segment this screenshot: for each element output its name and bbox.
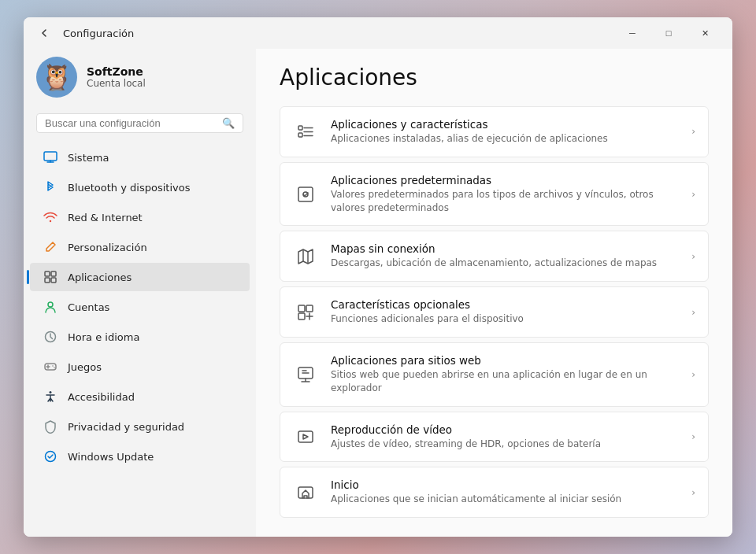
search-input[interactable]: [45, 117, 217, 129]
apps-predeterminadas-title: Aplicaciones predeterminadas: [331, 174, 679, 187]
content-area: 🦉 SoftZone Cuenta local 🔍: [24, 49, 732, 537]
main-content: Aplicaciones Aplicaciones y característi…: [256, 49, 732, 537]
svg-rect-5: [51, 278, 56, 283]
sidebar-label-personalizacion: Personalización: [68, 242, 147, 253]
aplicaciones-icon: [43, 269, 58, 285]
window-title: Configuración: [63, 28, 134, 39]
back-button[interactable]: [33, 22, 55, 44]
settings-window: Configuración ─ □ ✕ 🦉 SoftZone Cuenta lo…: [24, 17, 732, 537]
sidebar-label-aplicaciones: Aplicaciones: [68, 271, 132, 283]
menu-item-sitios-web[interactable]: Aplicaciones para sitios web Sitios web …: [280, 342, 709, 407]
sidebar-label-sistema: Sistema: [68, 152, 109, 164]
sidebar-label-accesibilidad: Accesibilidad: [68, 391, 135, 403]
red-icon: [43, 209, 58, 225]
svg-rect-3: [51, 271, 56, 276]
page-title: Aplicaciones: [280, 65, 709, 90]
sitios-web-title: Aplicaciones para sitios web: [331, 354, 679, 367]
menu-item-apps-caracteristicas[interactable]: Aplicaciones y características Aplicacio…: [280, 106, 709, 157]
svg-rect-21: [298, 431, 313, 442]
svg-rect-14: [298, 133, 302, 137]
svg-point-11: [50, 391, 52, 393]
sidebar-label-hora: Hora e idioma: [68, 331, 139, 343]
svg-rect-4: [45, 278, 50, 283]
menu-item-mapas[interactable]: Mapas sin conexión Descargas, ubicación …: [280, 231, 709, 282]
search-icon: 🔍: [222, 117, 235, 129]
opcionales-desc: Funciones adicionales para el dispositiv…: [331, 312, 679, 326]
grid-plus-icon: [293, 300, 318, 325]
sidebar-label-red: Red & Internet: [68, 212, 143, 223]
svg-point-1: [50, 220, 51, 222]
apps-caracteristicas-title: Aplicaciones y características: [331, 118, 679, 131]
nav-items: Sistema Bluetooth y dispositivos: [24, 142, 256, 471]
sistema-icon: [43, 150, 58, 165]
sidebar-item-cuentas[interactable]: Cuentas: [30, 293, 250, 321]
chevron-icon-5: ›: [691, 431, 695, 442]
sidebar: 🦉 SoftZone Cuenta local 🔍: [24, 49, 256, 537]
sidebar-item-red[interactable]: Red & Internet: [30, 203, 250, 231]
chevron-icon-1: ›: [691, 189, 695, 200]
menu-item-apps-predeterminadas[interactable]: Aplicaciones predeterminadas Valores pre…: [280, 162, 709, 227]
opcionales-title: Características opcionales: [331, 298, 679, 311]
sidebar-item-bluetooth[interactable]: Bluetooth y dispositivos: [30, 173, 250, 201]
hora-icon: [43, 329, 58, 345]
apps-list-icon: [293, 119, 318, 144]
sidebar-item-accesibilidad[interactable]: Accesibilidad: [30, 382, 250, 411]
sidebar-item-hora[interactable]: Hora e idioma: [30, 323, 250, 351]
sidebar-item-sistema[interactable]: Sistema: [30, 143, 250, 172]
chevron-icon-0: ›: [691, 126, 695, 137]
search-box[interactable]: 🔍: [36, 113, 243, 133]
sidebar-label-juegos: Juegos: [68, 361, 102, 373]
cuentas-icon: [43, 299, 58, 315]
video-desc: Ajustes de vídeo, streaming de HDR, opci…: [331, 438, 679, 451]
inicio-title: Inicio: [331, 478, 679, 491]
titlebar-left: Configuración: [33, 22, 134, 44]
sidebar-item-privacidad[interactable]: Privacidad y seguridad: [30, 412, 250, 441]
svg-rect-17: [298, 305, 305, 312]
svg-rect-19: [298, 313, 305, 319]
bluetooth-icon: [43, 179, 58, 195]
close-button[interactable]: ✕: [687, 20, 723, 46]
mapas-title: Mapas sin conexión: [331, 242, 679, 255]
menu-list: Aplicaciones y características Aplicacio…: [280, 106, 709, 518]
startup-icon: [293, 480, 318, 505]
profile-type: Cuenta local: [87, 78, 146, 89]
map-icon: [293, 244, 318, 269]
svg-point-10: [54, 367, 55, 368]
svg-rect-18: [306, 305, 313, 312]
juegos-icon: [43, 359, 58, 375]
svg-point-6: [48, 302, 53, 307]
svg-rect-2: [45, 271, 50, 276]
accesibilidad-icon: [43, 389, 58, 404]
sidebar-label-update: Windows Update: [68, 451, 154, 463]
sidebar-label-privacidad: Privacidad y seguridad: [68, 421, 184, 433]
sidebar-item-juegos[interactable]: Juegos: [30, 353, 250, 381]
video-icon: [293, 424, 318, 449]
sidebar-item-update[interactable]: Windows Update: [30, 442, 250, 471]
personalizacion-icon: [43, 239, 58, 255]
mapas-desc: Descargas, ubicación de almacenamiento, …: [331, 257, 679, 270]
window-controls: ─ □ ✕: [614, 20, 723, 46]
sidebar-item-personalizacion[interactable]: Personalización: [30, 233, 250, 261]
sidebar-item-aplicaciones[interactable]: Aplicaciones: [30, 263, 250, 291]
check-apps-icon: [293, 182, 318, 207]
chevron-icon-2: ›: [691, 251, 695, 262]
chevron-icon-4: ›: [691, 369, 695, 380]
svg-rect-0: [44, 152, 57, 161]
apps-predeterminadas-desc: Valores predeterminados para los tipos d…: [331, 188, 679, 215]
maximize-button[interactable]: □: [650, 20, 687, 46]
globe-app-icon: [293, 362, 318, 387]
sitios-web-desc: Sitios web que pueden abrirse en una apl…: [331, 368, 679, 395]
profile-section[interactable]: 🦉 SoftZone Cuenta local: [24, 49, 256, 110]
privacidad-icon: [43, 419, 58, 434]
video-title: Reproducción de vídeo: [331, 423, 679, 436]
inicio-desc: Aplicaciones que se inician automáticame…: [331, 493, 679, 506]
menu-item-video[interactable]: Reproducción de vídeo Ajustes de vídeo, …: [280, 412, 709, 463]
menu-item-inicio[interactable]: Inicio Aplicaciones que se inician autom…: [280, 467, 709, 518]
menu-item-opcionales[interactable]: Características opcionales Funciones adi…: [280, 286, 709, 338]
profile-name: SoftZone: [87, 65, 146, 78]
minimize-button[interactable]: ─: [614, 20, 650, 46]
svg-rect-22: [298, 487, 313, 498]
svg-point-9: [52, 365, 54, 367]
update-icon: [43, 449, 58, 464]
titlebar: Configuración ─ □ ✕: [24, 17, 732, 49]
